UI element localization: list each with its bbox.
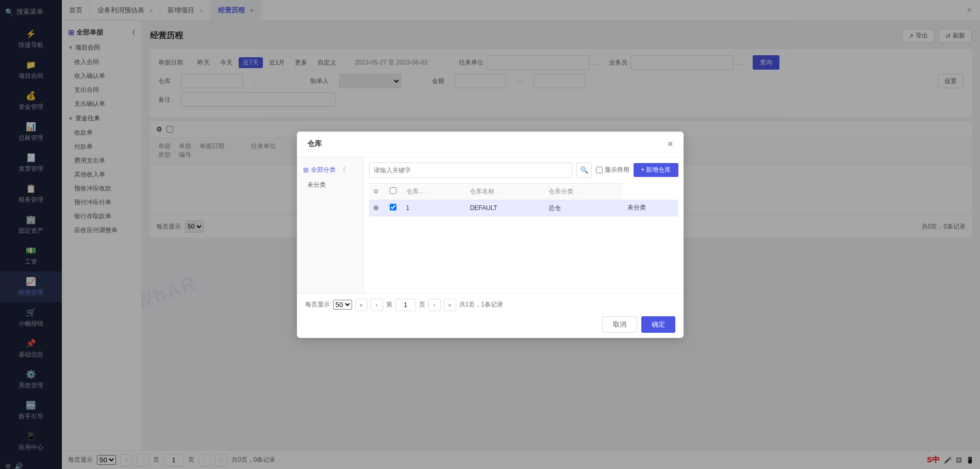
modal-total-label: 共1页，1条记录 [459, 300, 503, 309]
modal-table: ⚙ 仓库... ↕ 仓库名称 ↕ 仓库分类 ↕ ⚙ 1 DEFAULT 总仓 未… [369, 183, 678, 217]
row-gear[interactable]: ⚙ [369, 200, 386, 216]
show-disabled-label[interactable]: 显示停用 [596, 166, 629, 174]
cancel-btn[interactable]: 取消 [602, 316, 637, 333]
modal-th-gear[interactable]: ⚙ [369, 183, 386, 200]
modal-th-name[interactable]: 仓库名称 ↕ [466, 183, 544, 200]
modal-th-code[interactable]: 仓库... ↕ [402, 183, 466, 200]
modal-title: 仓库 [307, 139, 322, 149]
modal-th-checkbox[interactable] [386, 183, 402, 200]
modal-header: 仓库 × [297, 132, 684, 157]
modal-table-header-row: ⚙ 仓库... ↕ 仓库名称 ↕ 仓库分类 ↕ [369, 183, 678, 200]
modal-search-input[interactable] [369, 163, 573, 178]
modal-body: ⊞ 全部分类 《 未分类 🔍 显示停用 [297, 157, 684, 293]
modal-search-row: 🔍 显示停用 + 新增仓库 [369, 163, 678, 178]
modal-per-page-label: 每页显示 [305, 300, 330, 309]
row-id: 1 [402, 200, 466, 216]
modal-overlay: 仓库 × ⊞ 全部分类 《 未分类 🔍 [0, 0, 980, 469]
modal-per-page-select[interactable]: 50 [333, 300, 352, 310]
modal-all-label[interactable]: 全部分类 [311, 166, 336, 174]
modal-search-btn[interactable]: 🔍 [576, 163, 592, 178]
modal-footer: 每页显示 50 « ‹ 第 页 › » 共1页，1条记录 取消 确定 [297, 293, 684, 338]
confirm-btn[interactable]: 确定 [641, 316, 675, 333]
modal: 仓库 × ⊞ 全部分类 《 未分类 🔍 [297, 132, 684, 338]
modal-first-btn[interactable]: « [355, 299, 368, 311]
modal-left-collapse-btn[interactable]: 《 [338, 166, 348, 174]
row-check[interactable] [390, 204, 396, 211]
row-code: DEFAULT [466, 200, 544, 216]
modal-left-header: ⊞ 全部分类 《 [297, 163, 363, 177]
modal-next-btn[interactable]: › [428, 299, 441, 311]
modal-select-all[interactable] [390, 187, 396, 194]
row-checkbox[interactable] [386, 200, 402, 216]
row-name: 总仓 [544, 200, 623, 216]
add-warehouse-btn[interactable]: + 新增仓库 [634, 163, 678, 177]
modal-left-item-未分类[interactable]: 未分类 [297, 177, 363, 192]
modal-actions: 取消 确定 [305, 316, 675, 333]
modal-left-panel: ⊞ 全部分类 《 未分类 [297, 157, 364, 293]
modal-last-btn[interactable]: » [444, 299, 456, 311]
modal-table-row[interactable]: ⚙ 1 DEFAULT 总仓 未分类 [369, 200, 678, 216]
modal-th-category[interactable]: 仓库分类 ↕ [544, 183, 623, 200]
modal-close-btn[interactable]: × [668, 139, 673, 150]
modal-page-label: 第 [386, 300, 392, 309]
show-disabled-checkbox[interactable] [596, 167, 603, 173]
modal-page-input[interactable] [395, 299, 416, 311]
modal-right: 🔍 显示停用 + 新增仓库 ⚙ [364, 157, 684, 293]
modal-prev-btn[interactable]: ‹ [371, 299, 383, 311]
row-category: 未分类 [623, 200, 678, 216]
modal-pagination: 每页显示 50 « ‹ 第 页 › » 共1页，1条记录 [305, 299, 675, 311]
modal-page-suffix: 页 [419, 300, 425, 309]
modal-table-container: ⚙ 仓库... ↕ 仓库名称 ↕ 仓库分类 ↕ ⚙ 1 DEFAULT 总仓 未… [369, 183, 678, 288]
modal-search-icon: 🔍 [580, 166, 589, 174]
